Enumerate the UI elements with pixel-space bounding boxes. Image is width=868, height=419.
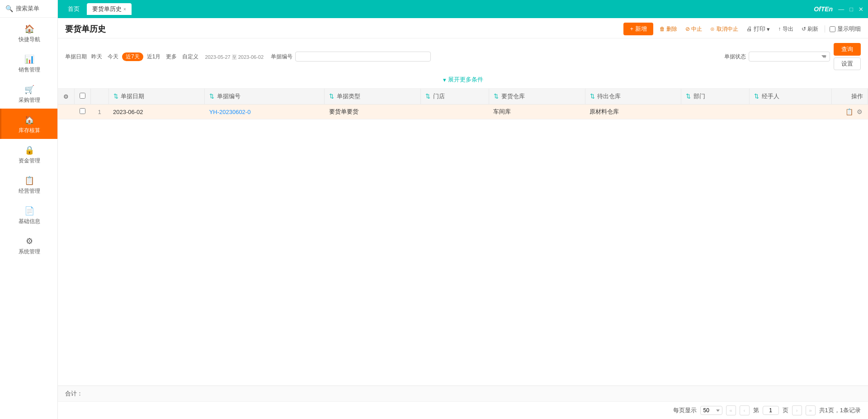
- table-container: ⚙ ⇅ 单据日期 ⇅ 单据编号: [58, 89, 868, 386]
- doc-no-filter-label: 单据编号: [271, 53, 292, 61]
- stop-button[interactable]: ⊘ 中止: [684, 24, 704, 34]
- expand-more-btn[interactable]: ▾ 展开更多条件: [443, 76, 483, 84]
- sidebar-item-finance[interactable]: 🔒 资金管理: [0, 139, 57, 169]
- doc-date-col-header[interactable]: ⇅ 单据日期: [108, 89, 205, 105]
- status-select[interactable]: [749, 52, 830, 62]
- sort-icon-doc-date: ⇅: [113, 93, 118, 100]
- table-body: 1 2023-06-02 YH-20230602-0 要货单要货 车间库 原材料…: [58, 105, 868, 119]
- first-page-button[interactable]: «: [726, 405, 736, 415]
- search-icon: 🔍: [5, 5, 13, 12]
- main-area: 首页 要货单历史 × OfTEn — □ ✕ 要货单历史 + 新增 🗑 删除 ⊘…: [58, 0, 868, 419]
- page-number-input[interactable]: [763, 406, 779, 415]
- expand-row: ▾ 展开更多条件: [65, 73, 861, 84]
- query-button[interactable]: 查询: [834, 43, 861, 56]
- tab-close-icon[interactable]: ×: [123, 7, 126, 12]
- expand-label: 展开更多条件: [448, 76, 483, 84]
- chart-icon: 📊: [24, 54, 34, 64]
- page-title: 要货单历史: [65, 24, 106, 34]
- sidebar-item-label-finance: 资金管理: [19, 157, 40, 165]
- refresh-button[interactable]: ↺ 刷新: [800, 24, 820, 34]
- tab-active[interactable]: 要货单历史 ×: [87, 3, 132, 15]
- sidebar-item-system[interactable]: ⚙ 系统管理: [0, 230, 57, 260]
- row-num-header: [90, 89, 108, 105]
- sort-icon-doc-no: ⇅: [209, 93, 214, 100]
- doc-no-cell[interactable]: YH-20230602-0: [205, 105, 325, 119]
- date-filter-label: 单据日期: [65, 53, 87, 61]
- delete-button[interactable]: 🗑 删除: [658, 24, 679, 34]
- date-btn-more[interactable]: 更多: [164, 52, 179, 61]
- maximize-button[interactable]: □: [849, 6, 853, 13]
- checkbox-col-header[interactable]: [74, 89, 90, 105]
- last-page-button[interactable]: »: [806, 405, 816, 415]
- add-button[interactable]: + 新增: [623, 23, 653, 35]
- sort-icon-doc-type: ⇅: [329, 93, 334, 100]
- filter-date: 单据日期 昨天 今天 近7天 近1月 更多 自定义 2023-05-27 至 2…: [65, 52, 264, 61]
- date-btn-today[interactable]: 今天: [106, 52, 120, 61]
- doc-icon: 📄: [24, 206, 34, 216]
- sidebar-item-purchase[interactable]: 🛒 采购管理: [0, 78, 57, 109]
- date-btn-last7[interactable]: 近7天: [122, 52, 143, 61]
- tab-home-label: 首页: [68, 5, 80, 13]
- cancel-stop-button[interactable]: ⊙ 取消中止: [708, 24, 740, 34]
- doc-type-col-header[interactable]: ⇅ 单据类型: [325, 89, 421, 105]
- pagination: 每页显示 50 100 200 « ‹ 第 页 › » 共1页，1条记录: [58, 401, 868, 419]
- close-button[interactable]: ✕: [859, 6, 863, 13]
- setting-button[interactable]: 设置: [834, 57, 861, 70]
- sidebar-item-sales[interactable]: 📊 销售管理: [0, 48, 57, 78]
- date-btn-yesterday[interactable]: 昨天: [90, 52, 104, 61]
- tab-home[interactable]: 首页: [62, 3, 85, 15]
- date-btn-last1m[interactable]: 近1月: [145, 52, 163, 61]
- page-label-pre: 第: [753, 406, 759, 414]
- date-btn-custom[interactable]: 自定义: [180, 52, 200, 61]
- page-label-post: 页: [783, 406, 788, 414]
- edit-icon[interactable]: 📋: [845, 108, 853, 115]
- more-icon[interactable]: ⚙: [857, 108, 863, 115]
- sidebar-search-label: 搜索菜单: [16, 5, 39, 13]
- sidebar-item-label-inventory: 库存核算: [19, 127, 40, 134]
- sort-icon-store: ⇅: [425, 93, 430, 100]
- tab-active-label: 要货单历史: [92, 5, 122, 13]
- print-label: 🖨 打印: [746, 25, 766, 33]
- table-header: ⚙ ⇅ 单据日期 ⇅ 单据编号: [58, 89, 868, 105]
- print-button[interactable]: 🖨 打印 ▾: [745, 24, 772, 34]
- select-all-checkbox[interactable]: [80, 93, 85, 99]
- department-col-header[interactable]: ⇅ 部门: [681, 89, 750, 105]
- doc-no-input[interactable]: [295, 52, 431, 62]
- show-detail-checkbox[interactable]: [830, 26, 835, 32]
- table-row: 1 2023-06-02 YH-20230602-0 要货单要货 车间库 原材料…: [58, 105, 868, 119]
- sidebar-item-label-sales: 销售管理: [19, 66, 40, 74]
- status-filter-label: 单据状态: [724, 53, 746, 61]
- sidebar-item-quicknav[interactable]: 🏠 快捷导航: [0, 18, 57, 48]
- settings-col-header[interactable]: ⚙: [58, 89, 74, 105]
- pending-warehouse-col-header[interactable]: ⇅ 待出仓库: [585, 89, 681, 105]
- next-page-button[interactable]: ›: [792, 405, 802, 415]
- sidebar-item-operation[interactable]: 📋 经营管理: [0, 169, 57, 200]
- operation-cell: 📋 ⚙: [832, 105, 868, 119]
- row-checkbox[interactable]: [80, 108, 85, 114]
- per-page-select[interactable]: 50 100 200: [700, 406, 722, 415]
- date-buttons: 昨天 今天 近7天 近1月 更多 自定义: [90, 52, 200, 61]
- sidebar-search[interactable]: 🔍 搜索菜单: [0, 0, 57, 18]
- sidebar-item-label-purchase: 采购管理: [19, 96, 40, 104]
- sidebar-item-inventory[interactable]: 🏠 库存核算: [0, 109, 57, 139]
- data-table: ⚙ ⇅ 单据日期 ⇅ 单据编号: [58, 89, 868, 119]
- handler-col-header[interactable]: ⇅ 经手人: [750, 89, 832, 105]
- cart-icon: 🛒: [24, 85, 34, 95]
- prev-page-button[interactable]: ‹: [740, 405, 750, 415]
- export-button[interactable]: ↑ 导出: [776, 24, 795, 34]
- total-info: 共1页，1条记录: [819, 406, 861, 414]
- doc-no-col-header[interactable]: ⇅ 单据编号: [205, 89, 325, 105]
- doc-no-link[interactable]: YH-20230602-0: [209, 109, 251, 115]
- show-detail-toggle[interactable]: 显示明细: [830, 25, 861, 33]
- doc-date-cell: 2023-06-02: [108, 105, 205, 119]
- date-range-display: 2023-05-27 至 2023-06-02: [205, 54, 264, 61]
- minimize-button[interactable]: —: [838, 6, 844, 13]
- sidebar-item-basicinfo[interactable]: 📄 基础信息: [0, 200, 57, 230]
- filter-status: 单据状态 ▾: [724, 52, 826, 62]
- chevron-down-icon: ▾: [443, 76, 446, 83]
- show-detail-label: 显示明细: [837, 25, 861, 33]
- checkbox-cell[interactable]: [74, 105, 90, 119]
- req-warehouse-col-header[interactable]: ⇅ 要货仓库: [489, 89, 585, 105]
- store-col-header[interactable]: ⇅ 门店: [420, 89, 489, 105]
- table-footer: 合计：: [58, 386, 868, 401]
